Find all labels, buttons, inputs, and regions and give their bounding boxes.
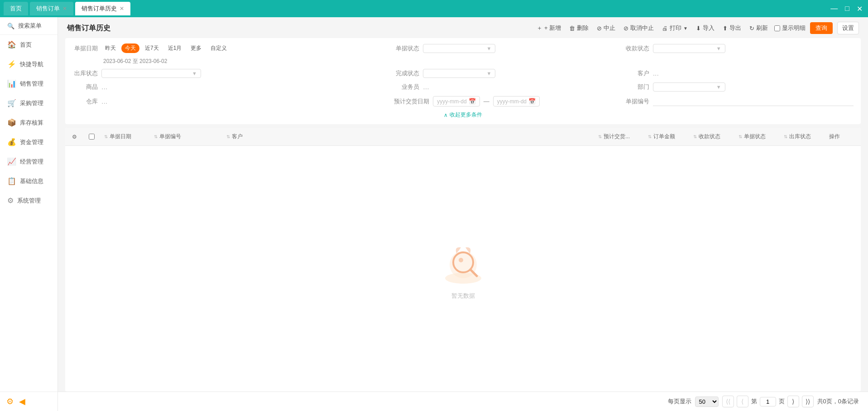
th-date: ⇅ 单据日期 xyxy=(100,133,149,140)
page-number-input[interactable] xyxy=(760,397,776,406)
import-button[interactable]: ⬇ 导入 xyxy=(694,23,716,33)
complete-status-select[interactable]: ▼ xyxy=(423,69,495,78)
payment-status-arrow-icon: ▼ xyxy=(716,46,721,51)
salesperson-input[interactable]: ... xyxy=(423,83,429,91)
sales-icon: 📊 xyxy=(7,79,16,88)
print-button[interactable]: 🖨 打印 ▼ xyxy=(660,23,690,33)
stop-label: 中止 xyxy=(604,24,615,32)
th-payment-status-label: 收款状态 xyxy=(699,133,720,140)
sidebar-item-home[interactable]: 🏠 首页 xyxy=(0,35,58,54)
department-label: 部门 xyxy=(624,83,649,91)
order-status-control: ▼ xyxy=(423,44,623,53)
sidebar-item-finance[interactable]: 💰 资金管理 xyxy=(0,132,58,152)
payment-status-select[interactable]: ▼ xyxy=(653,44,725,53)
date-tag-more[interactable]: 更多 xyxy=(187,44,205,53)
th-number-label: 单据编号 xyxy=(159,133,181,140)
svg-point-4 xyxy=(459,258,463,262)
search-menu[interactable]: 🔍 搜索菜单 xyxy=(0,17,58,35)
sidebar-item-system[interactable]: ⚙ 系统管理 xyxy=(0,191,58,210)
tab-sales-order-history[interactable]: 销售订单历史 ✕ xyxy=(75,2,130,15)
close-button[interactable]: ✕ xyxy=(855,4,864,14)
export-icon: ⬆ xyxy=(723,25,728,32)
sidebar: 🔍 搜索菜单 🏠 首页 ⚡ 快捷导航 📊 销售管理 🛒 采购管理 📦 库存核算 … xyxy=(0,17,58,411)
first-page-button[interactable]: ⟨⟨ xyxy=(722,396,734,407)
sidebar-item-quick-nav[interactable]: ⚡ 快捷导航 xyxy=(0,54,58,74)
expected-delivery-to-input[interactable]: yyyy-mm-dd 📅 xyxy=(493,96,540,106)
sidebar-item-basic-info[interactable]: 📋 基础信息 xyxy=(0,171,58,191)
order-number-control xyxy=(653,97,854,106)
page-size-select[interactable]: 10 20 50 100 xyxy=(695,396,719,407)
date-tag-1month[interactable]: 近1月 xyxy=(164,44,186,53)
sidebar-item-inventory[interactable]: 📦 库存核算 xyxy=(0,113,58,132)
salesperson-label: 业务员 xyxy=(394,83,419,91)
delete-button[interactable]: 🗑 删除 xyxy=(567,23,590,33)
complete-status-label: 完成状态 xyxy=(394,69,419,77)
tab-sales-order-history-close[interactable]: ✕ xyxy=(120,5,124,12)
product-label: 商品 xyxy=(72,83,98,91)
date-tag-yesterday[interactable]: 昨天 xyxy=(101,44,120,53)
order-number-input[interactable] xyxy=(653,97,854,106)
query-button[interactable]: 查询 xyxy=(810,22,833,34)
filter-item-department: 部门 ▼ xyxy=(624,82,854,92)
collapse-up-icon: ∧ xyxy=(444,112,448,118)
cancel-stop-label: 取消中止 xyxy=(630,24,654,32)
refresh-button[interactable]: ↻ 刷新 xyxy=(748,23,770,33)
th-delivery-status: ⇅ 出库状态 xyxy=(779,133,825,140)
collapse-bar[interactable]: ∧ 收起更多条件 xyxy=(72,111,854,119)
sidebar-settings-icon[interactable]: ⚙ xyxy=(6,396,14,406)
product-input[interactable]: ... xyxy=(101,83,107,91)
display-detail-checkbox[interactable] xyxy=(774,25,780,31)
last-page-button[interactable]: ⟩⟩ xyxy=(802,396,814,407)
sidebar-collapse-icon[interactable]: ◀ xyxy=(19,396,25,406)
toolbar: ＋ + 新增 🗑 删除 ⊘ 中止 ⊘ 取消中止 🖨 打印 xyxy=(535,22,859,34)
date-tag-custom[interactable]: 自定义 xyxy=(207,44,230,53)
settings-button[interactable]: 设置 xyxy=(837,22,859,34)
stop-button[interactable]: ⊘ 中止 xyxy=(595,23,617,33)
empty-svg xyxy=(438,237,488,287)
tab-sales-order[interactable]: 销售订单 ✕ xyxy=(30,2,73,15)
print-arrow-icon: ▼ xyxy=(683,26,688,31)
sort-expected-icon: ⇅ xyxy=(598,134,602,139)
warehouse-control: ... xyxy=(101,97,394,106)
minimize-button[interactable]: — xyxy=(829,4,839,14)
new-button[interactable]: ＋ + 新增 xyxy=(535,23,563,33)
cancel-stop-button[interactable]: ⊘ 取消中止 xyxy=(622,23,656,33)
customer-input[interactable]: ... xyxy=(653,69,659,77)
sidebar-item-purchase[interactable]: 🛒 采购管理 xyxy=(0,93,58,113)
delete-icon: 🗑 xyxy=(569,25,575,32)
maximize-button[interactable]: □ xyxy=(843,4,851,14)
department-select[interactable]: ▼ xyxy=(653,82,725,92)
expected-delivery-from-input[interactable]: yyyy-mm-dd 📅 xyxy=(433,96,480,106)
tab-sales-order-history-label: 销售订单历史 xyxy=(82,5,117,13)
display-detail-checkbox-label[interactable]: 显示明细 xyxy=(774,24,806,32)
salesperson-control: ... xyxy=(423,83,623,91)
date-separator: — xyxy=(482,98,491,105)
date-tag-7days[interactable]: 近7天 xyxy=(141,44,163,53)
department-control: ▼ xyxy=(653,82,854,92)
sidebar-item-sales[interactable]: 📊 销售管理 xyxy=(0,74,58,93)
export-button[interactable]: ⬆ 导出 xyxy=(721,23,743,33)
th-checkbox[interactable] xyxy=(83,134,100,140)
th-amount: ⇅ 订单金额 xyxy=(643,133,689,140)
order-status-arrow-icon: ▼ xyxy=(486,46,491,51)
delivery-status-select[interactable]: ▼ xyxy=(101,69,201,78)
page-title: 销售订单历史 xyxy=(67,24,110,33)
search-menu-label: 搜索菜单 xyxy=(18,22,42,30)
date-tag-today[interactable]: 今天 xyxy=(121,44,139,53)
next-page-button[interactable]: ⟩ xyxy=(787,396,799,407)
sidebar-item-finance-label: 资金管理 xyxy=(20,138,43,146)
sidebar-item-operation[interactable]: 📈 经营管理 xyxy=(0,152,58,171)
tab-sales-order-close[interactable]: ✕ xyxy=(62,5,67,12)
order-status-select[interactable]: ▼ xyxy=(423,44,495,53)
tab-home[interactable]: 首页 xyxy=(4,2,28,15)
payment-status-control: ▼ xyxy=(653,44,854,53)
th-delivery-status-label: 出库状态 xyxy=(789,133,811,140)
prev-page-button[interactable]: ⟨ xyxy=(737,396,748,407)
finance-icon: 💰 xyxy=(7,138,16,146)
select-all-checkbox[interactable] xyxy=(89,134,95,140)
warehouse-input[interactable]: ... xyxy=(101,97,107,106)
th-settings[interactable]: ⚙ xyxy=(65,134,83,140)
window-controls: — □ ✕ xyxy=(829,4,864,14)
filter-item-complete-status: 完成状态 ▼ xyxy=(394,69,623,78)
display-detail-label: 显示明细 xyxy=(782,24,806,32)
